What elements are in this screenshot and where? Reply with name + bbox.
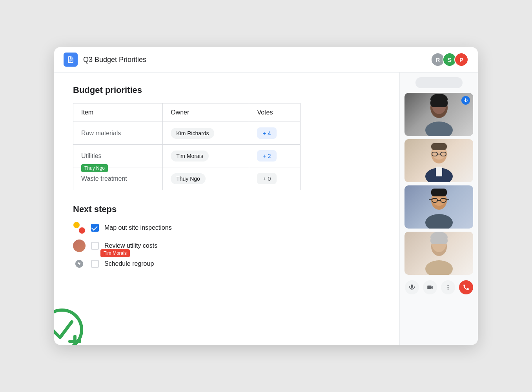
svg-rect-16 <box>431 189 447 196</box>
votes-cell: + 0 <box>249 167 301 190</box>
owner-chip: Kim Richards <box>171 128 214 139</box>
checkbox-checked[interactable] <box>91 224 99 232</box>
tooltip-thuy-ngo: Thuy Ngo <box>81 164 108 172</box>
tooltip-tim-morais: Tim Morais <box>100 249 130 257</box>
step-avatar-group <box>73 221 86 234</box>
table-row: Raw materials Kim Richards + 4 <box>73 122 301 145</box>
owner-cell: Thuy Ngo <box>163 167 249 190</box>
camera-button[interactable] <box>423 280 437 294</box>
main-content: Budget priorities Item Owner Votes Raw m… <box>54 73 478 345</box>
steps-list: Map out site inspections Review utility … <box>73 221 381 270</box>
video-thumb-3 <box>404 185 473 229</box>
waste-treatment-cell: Thuy Ngo Waste treatment <box>81 175 127 182</box>
titlebar-left: Q3 Budget Priorities <box>64 53 146 67</box>
mic-button[interactable] <box>405 280 419 294</box>
col-header-item: Item <box>73 103 163 122</box>
votes-cell: + 2 <box>249 145 301 167</box>
col-header-votes: Votes <box>249 103 301 122</box>
collaborator-avatars: R S P <box>431 53 468 67</box>
step-text: Tim Morais Schedule regroup <box>104 260 154 267</box>
step-text: Review utility costs <box>104 242 157 249</box>
video-thumb-4 <box>404 232 473 275</box>
more-options-button[interactable] <box>441 280 455 294</box>
checkbox-unchecked[interactable] <box>91 242 99 250</box>
next-steps-title: Next steps <box>73 204 381 214</box>
step-text: Map out site inspections <box>104 224 172 231</box>
active-speaker-badge <box>461 96 470 105</box>
video-thumb-2 <box>404 139 473 182</box>
video-thumb-1 <box>404 93 473 136</box>
item-cell: Raw materials <box>73 122 163 145</box>
titlebar: Q3 Budget Priorities R S P <box>54 47 478 73</box>
table-row: Utilities Tim Morais + 2 <box>73 145 301 167</box>
owner-cell: Tim Morais <box>163 145 249 167</box>
owner-chip: Thuy Ngo <box>171 173 206 184</box>
budget-section-title: Budget priorities <box>73 85 381 95</box>
app-window: Q3 Budget Priorities R S P Budget priori… <box>54 47 478 345</box>
vote-chip: + 2 <box>257 150 276 162</box>
video-face-2 <box>404 139 473 182</box>
video-face-3 <box>404 185 473 229</box>
svg-rect-7 <box>431 143 447 150</box>
budget-table: Item Owner Votes Raw materials Kim Richa… <box>73 103 301 190</box>
mini-avatar <box>78 227 86 234</box>
votes-cell: + 4 <box>249 122 301 145</box>
svg-point-4 <box>425 122 453 136</box>
owner-cell: Kim Richards <box>163 122 249 145</box>
schedule-regroup-cell: Tim Morais Schedule regroup <box>104 260 154 267</box>
add-task-icon <box>73 258 86 270</box>
doc-icon <box>64 53 78 67</box>
svg-rect-3 <box>430 99 448 107</box>
step-item-1: Map out site inspections <box>73 221 381 234</box>
video-controls <box>404 280 473 294</box>
video-panel-search-bar <box>415 77 463 88</box>
svg-rect-25 <box>430 237 448 244</box>
svg-point-26 <box>425 260 453 275</box>
vote-chip: + 4 <box>257 127 276 139</box>
check-decoration <box>54 300 89 345</box>
document-area: Budget priorities Item Owner Votes Raw m… <box>54 73 399 345</box>
mini-avatar <box>73 221 80 229</box>
end-call-button[interactable] <box>459 280 473 294</box>
video-face-4 <box>404 232 473 275</box>
checkbox-unchecked[interactable] <box>91 260 99 268</box>
page-title: Q3 Budget Priorities <box>83 56 146 64</box>
item-cell: Thuy Ngo Waste treatment <box>73 167 163 190</box>
svg-rect-12 <box>436 167 442 176</box>
vote-chip: + 0 <box>257 173 276 184</box>
item-cell: Utilities <box>73 145 163 167</box>
video-panel <box>399 73 478 345</box>
col-header-owner: Owner <box>163 103 249 122</box>
step-item-3: Tim Morais Schedule regroup <box>73 258 381 270</box>
owner-chip: Tim Morais <box>171 151 209 162</box>
single-avatar <box>73 240 86 252</box>
avatar-p: P <box>454 53 468 67</box>
svg-point-13 <box>425 214 453 229</box>
table-row: Thuy Ngo Waste treatment Thuy Ngo + 0 <box>73 167 301 190</box>
